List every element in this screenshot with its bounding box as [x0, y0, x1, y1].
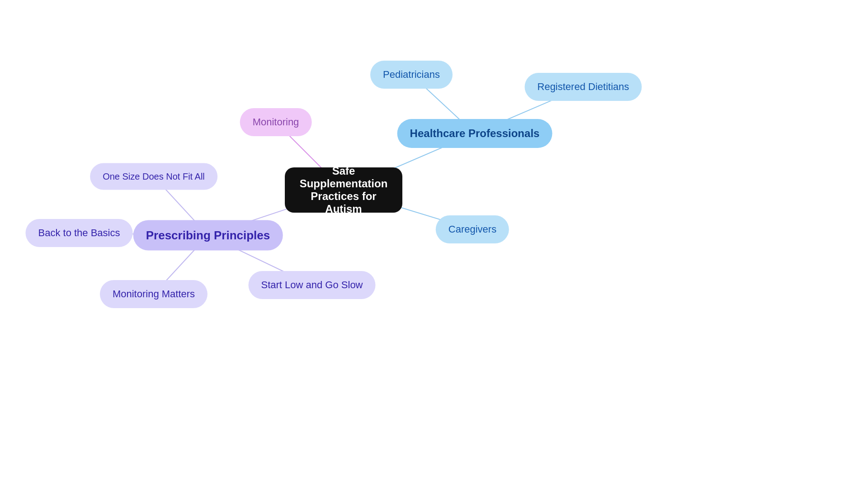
- monitoring-node[interactable]: Monitoring: [240, 108, 312, 136]
- monitoring-matters-node[interactable]: Monitoring Matters: [100, 280, 208, 308]
- registered-dietitians-node[interactable]: Registered Dietitians: [525, 73, 642, 101]
- pediatricians-node[interactable]: Pediatricians: [370, 61, 453, 89]
- start-low-node[interactable]: Start Low and Go Slow: [248, 271, 375, 299]
- center-node: Safe SupplementationPractices for Autism: [285, 167, 402, 213]
- healthcare-professionals-node[interactable]: Healthcare Professionals: [397, 119, 552, 148]
- caregivers-node[interactable]: Caregivers: [436, 215, 509, 243]
- one-size-node[interactable]: One Size Does Not Fit All: [90, 163, 217, 190]
- prescribing-principles-node[interactable]: Prescribing Principles: [133, 220, 283, 251]
- back-to-basics-node[interactable]: Back to the Basics: [26, 219, 133, 247]
